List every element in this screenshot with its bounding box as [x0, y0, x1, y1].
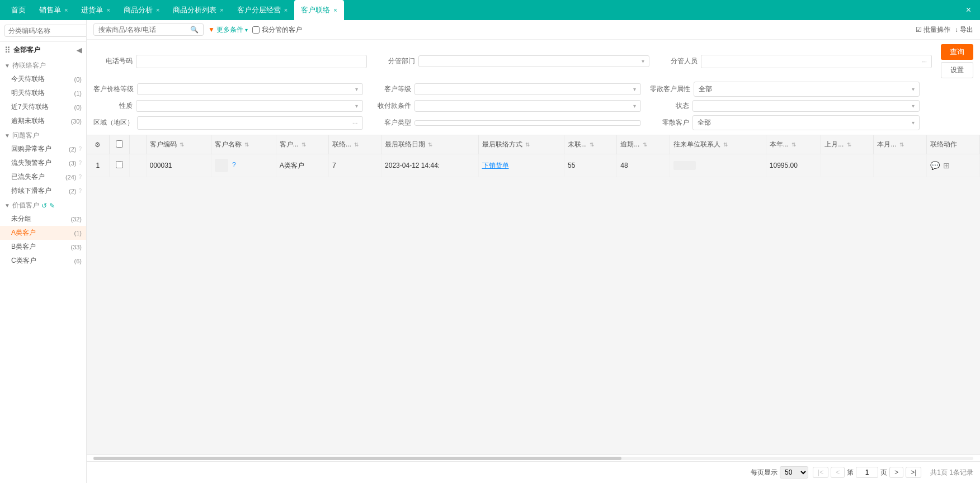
cell-name[interactable]: ?: [211, 154, 276, 177]
nav-sales[interactable]: 销售单 ×: [32, 0, 74, 20]
sidebar-value-edit-icon[interactable]: ✎: [49, 202, 55, 210]
field-customer-level-label: 客户等级: [372, 84, 411, 94]
sidebar-search-area: 🔍: [0, 20, 86, 42]
field-payment-select[interactable]: ▾: [414, 100, 642, 112]
action-chat-icon[interactable]: 💬: [930, 161, 940, 170]
sidebar-item-today[interactable]: 今天待联络 (0): [0, 72, 86, 86]
close-goods-list-icon[interactable]: ×: [220, 7, 223, 13]
col-uncontacted[interactable]: 未联... ⇅: [564, 135, 617, 154]
sidebar: 🔍 ⠿ 全部客户 ◀ ▼ 待联络客户 今天待联络 (0) 明天待联络 (1) 近…: [0, 20, 87, 483]
action-more-icon[interactable]: ⊞: [943, 161, 950, 170]
scrollbar-track[interactable]: [93, 457, 973, 460]
sidebar-item-overdue[interactable]: 逾期未联络 (30): [0, 114, 86, 128]
cell-contact-count: 7: [328, 154, 381, 177]
export-icon: ↓: [955, 26, 958, 34]
next-page-button[interactable]: >: [889, 467, 903, 478]
sidebar-item-7days[interactable]: 近7天待联络 (0): [0, 100, 86, 114]
batch-operation-button[interactable]: ☑ 批量操作: [916, 25, 950, 35]
close-goods-analysis-icon[interactable]: ×: [156, 7, 159, 13]
field-retail-attr-label: 零散客户属性: [650, 84, 690, 94]
field-nature-select[interactable]: ▾: [136, 100, 363, 112]
query-button[interactable]: 查询: [941, 44, 973, 60]
nav-goods-list[interactable]: 商品分析列表 ×: [166, 0, 230, 20]
filter-search-input[interactable]: [98, 26, 188, 34]
sidebar-search-input[interactable]: [4, 25, 87, 37]
sort-uncontacted-icon: ⇅: [590, 141, 594, 148]
nav-customer-tier[interactable]: 客户分层经营 ×: [230, 0, 294, 20]
setting-button[interactable]: 设置: [941, 62, 973, 78]
field-price-level-select[interactable]: ▾: [137, 83, 363, 95]
content-area: 🔍 ▼ 更多条件 ▾ 我分管的客户 ☑ 批量操作 ↓ 导出: [87, 20, 980, 483]
page-input[interactable]: [856, 467, 878, 478]
settings-gear-icon[interactable]: ⚙: [95, 141, 101, 149]
field-cust-type-input[interactable]: [414, 120, 642, 126]
col-code[interactable]: 客户编码 ⇅: [146, 135, 211, 154]
sidebar-collapse-icon[interactable]: ◀: [77, 46, 82, 54]
field-manager-input[interactable]: ···: [701, 55, 932, 68]
sidebar-item-churn-warning[interactable]: 流失预警客户 (3) ?: [0, 156, 86, 170]
col-contact-count[interactable]: 联络... ⇅: [328, 135, 381, 154]
sidebar-item-c-class[interactable]: C类客户 (6): [0, 254, 86, 268]
col-this-month[interactable]: 本月... ⇅: [874, 135, 926, 154]
sidebar-item-repurchase[interactable]: 回购异常客户 (2) ?: [0, 142, 86, 156]
close-sales-icon[interactable]: ×: [64, 7, 68, 13]
cell-last-method[interactable]: 下销货单: [478, 154, 564, 177]
sidebar-item-declining[interactable]: 持续下滑客户 (2) ?: [0, 184, 86, 198]
my-customer-checkbox[interactable]: [252, 26, 260, 34]
close-purchase-icon[interactable]: ×: [106, 7, 110, 13]
field-price-level-label: 客户价格等级: [93, 84, 134, 94]
nav-home[interactable]: 首页: [4, 0, 32, 20]
sidebar-item-ungrouped[interactable]: 未分组 (32): [0, 212, 86, 226]
field-retail-attr-select[interactable]: 全部▾: [694, 82, 920, 97]
col-unit-contact[interactable]: 往来单位联系人 ⇅: [670, 135, 766, 154]
filter-search-icon[interactable]: 🔍: [190, 26, 199, 34]
col-overdue[interactable]: 逾期... ⇅: [617, 135, 670, 154]
close-customer-tier-icon[interactable]: ×: [284, 7, 288, 13]
sidebar-item-churned[interactable]: 已流失客户 (24) ?: [0, 170, 86, 184]
prev-page-button[interactable]: <: [831, 467, 845, 478]
sidebar-grid-icon: ⠿: [4, 46, 10, 55]
window-close-button[interactable]: ×: [962, 5, 976, 15]
col-last-month[interactable]: 上月... ⇅: [821, 135, 874, 154]
first-page-button[interactable]: |<: [813, 467, 828, 478]
table-header: ⚙ 客户编码 ⇅ 客户名称 ⇅ 客户... ⇅ 联络... ⇅ 最后联络日期 ⇅…: [87, 135, 980, 154]
sidebar-item-b-class[interactable]: B类客户 (33): [0, 240, 86, 254]
sidebar-item-tomorrow[interactable]: 明天待联络 (1): [0, 86, 86, 100]
field-dept: 分管部门 ▾: [376, 55, 649, 67]
field-dept-select[interactable]: ▾: [418, 55, 649, 67]
sidebar-all-customers[interactable]: ⠿ 全部客户 ◀: [0, 42, 86, 58]
col-this-year[interactable]: 本年... ⇅: [766, 135, 821, 154]
nav-customer-contact[interactable]: 客户联络 ×: [294, 0, 343, 20]
sidebar-item-a-class[interactable]: A类客户 (1): [0, 226, 86, 240]
more-filter-button[interactable]: ▼ 更多条件 ▾: [208, 25, 248, 35]
field-retail-attr-arrow: ▾: [912, 86, 915, 92]
last-method-link[interactable]: 下销货单: [482, 162, 509, 169]
col-name[interactable]: 客户名称 ⇅: [211, 135, 276, 154]
field-price-level-arrow: ▾: [355, 86, 358, 92]
field-customer-level: 客户等级 ▾: [372, 83, 642, 95]
col-index: ⚙: [87, 135, 109, 154]
col-type[interactable]: 客户... ⇅: [276, 135, 328, 154]
scrollbar-thumb[interactable]: [93, 457, 621, 460]
field-region-input[interactable]: ···: [137, 116, 363, 130]
field-retail-select[interactable]: 全部▾: [692, 115, 920, 130]
nav-purchase[interactable]: 进货单 ×: [74, 0, 116, 20]
sidebar-section-value: ▼ 价值客户 ↺ ✎: [0, 198, 86, 212]
row-checkbox[interactable]: [116, 161, 123, 168]
nav-goods-analysis[interactable]: 商品分析 ×: [117, 0, 166, 20]
sort-name-icon: ⇅: [244, 141, 249, 148]
col-last-method[interactable]: 最后联络方式 ⇅: [478, 135, 564, 154]
field-payment-label: 收付款条件: [372, 101, 411, 111]
export-button[interactable]: ↓ 导出: [955, 25, 973, 35]
select-all-checkbox[interactable]: [116, 140, 123, 148]
col-last-date[interactable]: 最后联络日期 ⇅: [381, 135, 478, 154]
last-page-button[interactable]: >|: [906, 467, 921, 478]
close-customer-contact-icon[interactable]: ×: [333, 7, 337, 13]
field-status-select[interactable]: ▾: [692, 100, 920, 112]
field-phone-input[interactable]: [136, 55, 367, 68]
sidebar-value-refresh-icon[interactable]: ↺: [41, 202, 47, 210]
field-payment: 收付款条件 ▾: [372, 100, 642, 112]
field-customer-level-select[interactable]: ▾: [414, 83, 642, 95]
per-page-select[interactable]: 50 100 200: [780, 466, 808, 479]
field-status-arrow: ▾: [912, 103, 915, 109]
